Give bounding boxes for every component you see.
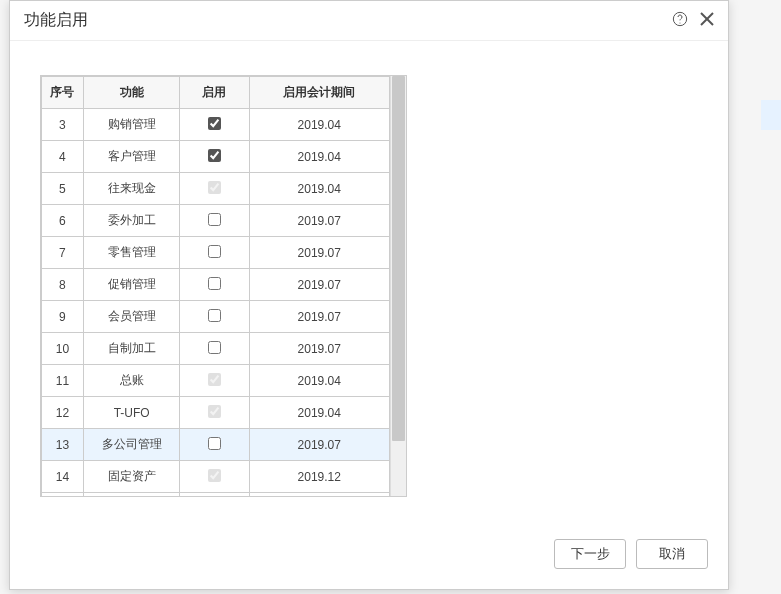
cell-period: 2019.07 [249,205,389,237]
table-row[interactable]: 15出纳管理2019.04 [42,493,390,497]
cell-feature: T-UFO [83,397,179,429]
cell-feature: 固定资产 [83,461,179,493]
enable-checkbox[interactable] [208,277,221,290]
enable-checkbox[interactable] [208,149,221,162]
cell-period: 2019.07 [249,237,389,269]
cell-seq: 6 [42,205,84,237]
cell-feature: 委外加工 [83,205,179,237]
cell-seq: 11 [42,365,84,397]
feature-table-container: 序号 功能 启用 启用会计期间 3购销管理2019.044客户管理2019.04… [40,75,407,497]
table-row[interactable]: 13多公司管理2019.07 [42,429,390,461]
table-row[interactable]: 10自制加工2019.07 [42,333,390,365]
cell-enable [180,333,249,365]
cell-enable [180,429,249,461]
cell-seq: 8 [42,269,84,301]
cell-period: 2019.04 [249,397,389,429]
enable-checkbox[interactable] [208,117,221,130]
enable-checkbox [208,469,221,482]
enable-checkbox[interactable] [208,309,221,322]
header-icons [672,11,714,30]
next-button[interactable]: 下一步 [554,539,626,569]
cell-period: 2019.04 [249,109,389,141]
cell-seq: 9 [42,301,84,333]
header-enable: 启用 [180,77,249,109]
table-row[interactable]: 6委外加工2019.07 [42,205,390,237]
header-period: 启用会计期间 [249,77,389,109]
dialog-footer: 下一步 取消 [10,527,728,589]
header-seq: 序号 [42,77,84,109]
cell-feature: 往来现金 [83,173,179,205]
close-icon[interactable] [700,12,714,29]
cell-feature: 促销管理 [83,269,179,301]
table-row[interactable]: 7零售管理2019.07 [42,237,390,269]
table-row[interactable]: 9会员管理2019.07 [42,301,390,333]
table-body: 3购销管理2019.044客户管理2019.045往来现金2019.046委外加… [42,109,390,497]
table-row[interactable]: 3购销管理2019.04 [42,109,390,141]
cell-seq: 14 [42,461,84,493]
cell-seq: 15 [42,493,84,497]
dialog-header: 功能启用 [10,1,728,41]
cell-period: 2019.07 [249,333,389,365]
svg-point-1 [679,22,680,23]
header-feature: 功能 [83,77,179,109]
dialog-title: 功能启用 [24,10,88,31]
cell-feature: 出纳管理 [83,493,179,497]
enable-checkbox [208,405,221,418]
cell-seq: 3 [42,109,84,141]
cell-enable [180,237,249,269]
cell-period: 2019.04 [249,173,389,205]
cell-seq: 4 [42,141,84,173]
cell-period: 2019.07 [249,301,389,333]
enable-checkbox[interactable] [208,213,221,226]
enable-checkbox [208,181,221,194]
cell-feature: 客户管理 [83,141,179,173]
cell-feature: 总账 [83,365,179,397]
cell-feature: 零售管理 [83,237,179,269]
cell-feature: 多公司管理 [83,429,179,461]
cell-enable [180,397,249,429]
cell-enable [180,109,249,141]
vertical-scrollbar[interactable] [390,76,406,496]
dialog-body: 序号 功能 启用 启用会计期间 3购销管理2019.044客户管理2019.04… [10,41,728,527]
cell-enable [180,365,249,397]
enable-checkbox[interactable] [208,341,221,354]
table-row[interactable]: 8促销管理2019.07 [42,269,390,301]
cell-period: 2019.04 [249,493,389,497]
cell-seq: 7 [42,237,84,269]
feature-enable-dialog: 功能启用 序号 功能 启用 启用会计期间 [9,0,729,590]
scrollbar-thumb[interactable] [392,76,405,441]
cell-enable [180,269,249,301]
cell-seq: 12 [42,397,84,429]
cell-enable [180,301,249,333]
cell-period: 2019.07 [249,429,389,461]
cell-enable [180,461,249,493]
table-row[interactable]: 11总账2019.04 [42,365,390,397]
svg-point-0 [673,12,686,25]
feature-table: 序号 功能 启用 启用会计期间 3购销管理2019.044客户管理2019.04… [41,76,390,496]
cell-seq: 10 [42,333,84,365]
cell-seq: 5 [42,173,84,205]
enable-checkbox [208,373,221,386]
table-row[interactable]: 12T-UFO2019.04 [42,397,390,429]
table-scroll-area: 序号 功能 启用 启用会计期间 3购销管理2019.044客户管理2019.04… [41,76,390,496]
cell-enable [180,493,249,497]
cell-enable [180,141,249,173]
cell-enable [180,205,249,237]
table-header-row: 序号 功能 启用 启用会计期间 [42,77,390,109]
enable-checkbox[interactable] [208,437,221,450]
table-row[interactable]: 4客户管理2019.04 [42,141,390,173]
cell-feature: 会员管理 [83,301,179,333]
table-row[interactable]: 14固定资产2019.12 [42,461,390,493]
cell-period: 2019.12 [249,461,389,493]
cell-feature: 购销管理 [83,109,179,141]
help-icon[interactable] [672,11,688,30]
enable-checkbox[interactable] [208,245,221,258]
cell-period: 2019.04 [249,365,389,397]
table-row[interactable]: 5往来现金2019.04 [42,173,390,205]
cell-period: 2019.04 [249,141,389,173]
cell-enable [180,173,249,205]
cell-seq: 13 [42,429,84,461]
cancel-button[interactable]: 取消 [636,539,708,569]
cell-period: 2019.07 [249,269,389,301]
cell-feature: 自制加工 [83,333,179,365]
